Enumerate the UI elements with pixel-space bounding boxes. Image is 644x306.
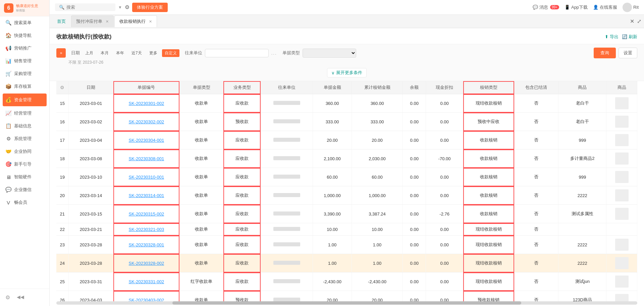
sidebar-item-sales[interactable]: 📊 销售管理 [0,55,49,67]
sidebar-item-search[interactable]: 🔍 搜索菜单 [0,16,49,29]
export-button[interactable]: ⬆ 导出 [605,34,619,40]
cell-date: 2023-03-31 [68,272,113,291]
page-title: 收款核销执行(按收款) [56,33,111,41]
cell-date: 2023-03-01 [68,94,113,113]
topbar-search-box[interactable]: 🔍 [55,3,115,11]
doc-no-link[interactable]: SK-20230403-002 [129,298,164,302]
date-custom[interactable]: 自定义 [162,49,179,57]
table-row: 23 2023-03-28 SK-20230328-001 收款单 应收款 1.… [56,236,637,254]
th-product2: 商品 [606,81,637,94]
cell-doc-type: 收款单 [179,254,224,272]
online-support-button[interactable]: 👤 在线客服 [593,4,617,10]
doc-no-link[interactable]: SK-20230331-002 [129,279,164,284]
sidebar-item-operation[interactable]: 📈 经营管理 [0,107,49,120]
sidebar-item-system[interactable]: ⚙ 系统管理 [0,132,49,145]
tab-collection-close[interactable]: ✕ [149,19,152,24]
cell-product2 [606,186,637,205]
sidebar-item-enterprise[interactable]: 🤝 企业协同 [0,145,49,158]
cell-product1: 多计量商品2 [558,149,606,168]
cell-balance: 0.00 [403,186,426,205]
th-included: 包含已结清 [514,81,558,94]
doc-no-link[interactable]: SK-20230301-002 [129,101,164,106]
cell-partner [261,186,313,205]
solution-button[interactable]: 体验行业方案 [132,3,168,12]
cell-biz-type: 应收款 [223,254,261,272]
tab-expand-button[interactable]: ⤢ [637,18,641,24]
setting-button[interactable]: 设置 [619,48,637,58]
settings-btn[interactable]: ⚙ [5,294,10,301]
column-settings-icon[interactable]: ⚙ [60,85,64,90]
date-this-month[interactable]: 本月 [98,49,111,57]
date-7days[interactable]: 近7天 [129,49,145,57]
tab-close-all-button[interactable]: ✕ [630,18,634,24]
sidebar-item-finance[interactable]: 💰 资金管理 [3,94,47,106]
date-last-month[interactable]: 上月 [83,49,96,57]
gear-icon[interactable]: ⚙ [125,4,129,10]
expand-conditions-button[interactable]: ∨ 展开更多条件 [327,68,367,77]
message-button[interactable]: 💬 消息 99+ [533,4,559,10]
sidebar-item-hardware[interactable]: 🖥 智能硬件 [0,171,49,183]
cell-product2 [606,223,637,236]
counterparty-input[interactable] [205,49,269,57]
cell-product2 [606,94,637,113]
cell-biz-type: 预收款 [223,291,261,302]
cell-included: 否 [514,236,558,254]
filter-bar: » 日期 上月 本月 本年 近7天 更多 自定义 往来单位 [50,44,644,81]
date-this-year[interactable]: 本年 [113,49,127,57]
filter-expand-arrow[interactable]: » [56,48,66,58]
tab-collection[interactable]: 收款核销执行 ✕ [114,15,157,27]
app-title: 畅康道好生意 [16,3,38,8]
sidebar-item-purchase[interactable]: 🛒 采购管理 [0,67,49,80]
cell-num: 26 [56,291,68,302]
cell-product1 [558,223,606,236]
sidebar-item-shortcut[interactable]: 🏠 快捷导航 [0,29,49,42]
cell-product1: 123D商品 [558,291,606,302]
collapse-btn[interactable]: ◀◀ [17,294,24,301]
sidebar-item-label: 销售管理 [14,58,32,64]
user-profile[interactable]: Rit [623,3,639,12]
horizontal-scrollbar[interactable] [56,301,637,305]
guide-icon: 🎯 [5,161,11,167]
cell-doc-type: 收款单 [179,131,224,149]
query-button[interactable]: 查询 [594,48,616,58]
sidebar-item-label: 营销推广 [14,45,32,51]
tab-payable[interactable]: 预付冲应付单 ✕ [71,15,114,27]
scrollbar-thumb[interactable] [172,301,521,305]
tab-payable-close[interactable]: ✕ [106,19,109,24]
cell-balance: 0.00 [403,236,426,254]
app-download-button[interactable]: 📱 App下载 [565,4,588,10]
doc-no-link[interactable]: SK-20230304-001 [129,138,164,143]
sidebar-item-marketing[interactable]: 📢 营销推广 [0,42,49,55]
tab-home[interactable]: 首页 [52,16,70,27]
doc-no-link[interactable]: SK-20230308-001 [129,156,164,161]
cell-doc-no: SK-20230310-001 [113,168,179,186]
sidebar-item-wechat[interactable]: 💬 企业微信 [0,183,49,196]
doc-no-link[interactable]: SK-20230314-001 [129,193,164,198]
cell-partner [261,168,313,186]
sidebar-item-basic[interactable]: 📋 基础信息 [0,120,49,132]
doc-type-select[interactable] [303,49,356,58]
support-icon: 👤 [593,5,598,10]
cell-balance: 0.00 [403,113,426,131]
sidebar-item-member[interactable]: V 畅会员 [0,196,49,209]
cell-included: 否 [514,94,558,113]
th-date: 日期 [68,81,113,94]
cell-writeoff-type: 现结收款核销 [463,223,515,236]
date-more[interactable]: 更多 [147,49,160,57]
doc-no-link[interactable]: SK-20230321-003 [129,227,164,232]
doc-no-link[interactable]: SK-20230328-001 [129,242,164,247]
doc-no-link[interactable]: SK-20230310-001 [129,175,164,180]
doc-no-link[interactable]: SK-20230328-002 [129,261,164,266]
sidebar-item-guide[interactable]: 🎯 新手引导 [0,158,49,171]
doc-no-link[interactable]: SK-20230302-002 [129,119,164,124]
cell-doc-type: 收款单 [179,186,224,205]
refresh-button[interactable]: 🔄 刷新 [622,34,637,40]
cell-doc-type: 收款单 [179,236,224,254]
th-doc-no: 单据编号 [113,81,179,94]
wechat-icon: 💬 [5,187,11,193]
cell-product2 [606,131,637,149]
doc-no-link[interactable]: SK-20230315-002 [129,211,164,217]
table-row: 26 2023-04-03 SK-20230403-002 收款单 预收款 20… [56,291,637,302]
sidebar-item-inventory[interactable]: 📦 库存核算 [0,80,49,93]
search-input[interactable] [66,5,107,10]
